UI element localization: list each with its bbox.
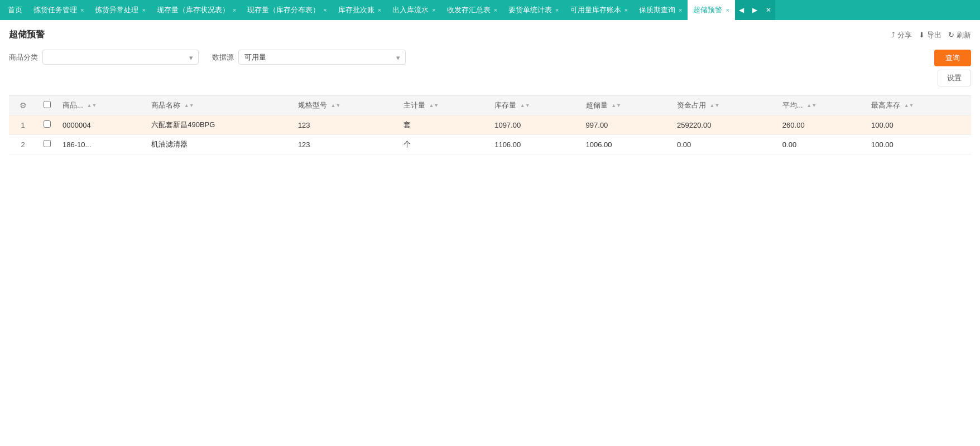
- category-select[interactable]: [42, 50, 199, 65]
- nav-close-all-button[interactable]: ✕: [762, 0, 775, 20]
- export-button[interactable]: ⬇ 导出: [919, 30, 941, 40]
- refresh-button[interactable]: ↻ 刷新: [948, 30, 971, 40]
- sort-icon-avg: ▲▼: [806, 103, 816, 108]
- nav-home[interactable]: 首页: [2, 0, 28, 20]
- export-icon: ⬇: [919, 31, 925, 39]
- datasource-label: 数据源: [212, 52, 234, 62]
- cell-max-stock: 100.00: [866, 115, 971, 135]
- cell-capital: 0.00: [671, 135, 777, 154]
- nav-available-stock[interactable]: 可用量库存账本 ×: [565, 0, 633, 20]
- nav-close-stock-status[interactable]: ×: [233, 0, 236, 20]
- cell-code: 0000004: [57, 115, 146, 135]
- nav-summary[interactable]: 收发存汇总表 ×: [441, 0, 503, 20]
- sort-icon-stock: ▲▼: [520, 103, 530, 108]
- datasource-filter: 数据源 可用量: [212, 50, 406, 65]
- nav-prev-button[interactable]: ◀: [735, 0, 748, 20]
- refresh-icon: ↻: [948, 31, 954, 39]
- nav-next-button[interactable]: ▶: [748, 0, 762, 20]
- cell-unit: 个: [398, 135, 489, 154]
- table-header-row: ⚙ 商品... ▲▼ 商品名称 ▲▼ 规格型号 ▲▼ 主计: [9, 96, 971, 115]
- nav-close-overstock[interactable]: ×: [726, 0, 729, 20]
- nav-close-task-mgmt[interactable]: ×: [80, 0, 84, 20]
- gear-icon[interactable]: ⚙: [20, 101, 27, 110]
- sort-icon-overstock: ▲▼: [611, 103, 621, 108]
- cell-spec: 123: [292, 115, 398, 135]
- nav-flow[interactable]: 出入库流水 ×: [387, 0, 441, 20]
- nav-close-batch-account[interactable]: ×: [378, 0, 381, 20]
- cell-avg: 0.00: [777, 135, 866, 154]
- query-button[interactable]: 查询: [934, 50, 971, 66]
- th-unit[interactable]: 主计量 ▲▼: [398, 96, 489, 115]
- nav-close-flow[interactable]: ×: [432, 0, 435, 20]
- cell-max-stock: 100.00: [866, 135, 971, 154]
- cell-avg: 260.00: [777, 115, 866, 135]
- cell-checkbox[interactable]: [37, 115, 57, 135]
- cell-capital: 259220.00: [671, 115, 777, 135]
- setting-button[interactable]: 设置: [938, 70, 971, 86]
- sort-icon-name: ▲▼: [184, 103, 194, 108]
- sort-icon-unit: ▲▼: [429, 103, 439, 108]
- nav-batch-account[interactable]: 库存批次账 ×: [333, 0, 387, 20]
- cell-index: 1: [9, 115, 37, 135]
- cell-name: 六配套新昌490BPG: [146, 115, 292, 135]
- nav-expiry[interactable]: 保质期查询 ×: [633, 0, 688, 20]
- cell-name: 机油滤清器: [146, 135, 292, 154]
- nav-stock-dist[interactable]: 现存量（库存分布表） ×: [242, 0, 332, 20]
- datasource-select-wrapper: 可用量: [238, 50, 406, 65]
- sort-icon-spec: ▲▼: [331, 103, 341, 108]
- data-table: ⚙ 商品... ▲▼ 商品名称 ▲▼ 规格型号 ▲▼ 主计: [9, 95, 971, 154]
- cell-index: 2: [9, 135, 37, 154]
- page-header: 超储预警 ⤴ 分享 ⬇ 导出 ↻ 刷新: [9, 29, 971, 41]
- cell-overstock: 997.00: [580, 115, 671, 135]
- page-actions: ⤴ 分享 ⬇ 导出 ↻ 刷新: [891, 30, 971, 40]
- nav-close-summary[interactable]: ×: [494, 0, 497, 20]
- share-button[interactable]: ⤴ 分享: [891, 30, 912, 40]
- th-checkbox[interactable]: [37, 96, 57, 115]
- cell-checkbox[interactable]: [37, 135, 57, 154]
- nav-close-exception[interactable]: ×: [142, 0, 145, 20]
- table-body: 1 0000004 六配套新昌490BPG 123 套 1097.00 997.…: [9, 115, 971, 154]
- cell-stock: 1106.00: [489, 135, 580, 154]
- top-navigation: 首页 拣货任务管理 × 拣货异常处理 × 现存量（库存状况表） × 现存量（库存…: [0, 0, 980, 20]
- table-row: 1 0000004 六配套新昌490BPG 123 套 1097.00 997.…: [9, 115, 971, 135]
- category-label: 商品分类: [9, 52, 38, 62]
- row-checkbox[interactable]: [44, 140, 51, 147]
- row-checkbox[interactable]: [44, 120, 51, 128]
- cell-unit: 套: [398, 115, 489, 135]
- th-stock[interactable]: 库存量 ▲▼: [489, 96, 580, 115]
- category-select-wrapper: [42, 50, 199, 65]
- nav-exception[interactable]: 拣货异常处理 ×: [89, 0, 151, 20]
- th-code[interactable]: 商品... ▲▼: [57, 96, 146, 115]
- sort-icon-max-stock: ▲▼: [904, 103, 914, 108]
- th-avg[interactable]: 平均... ▲▼: [777, 96, 866, 115]
- action-buttons: 查询 设置: [934, 50, 971, 86]
- nav-order-stat[interactable]: 要货单统计表 ×: [503, 0, 564, 20]
- table-row: 2 186-10... 机油滤清器 123 个 1106.00 1006.00 …: [9, 135, 971, 154]
- nav-close-order-stat[interactable]: ×: [555, 0, 559, 20]
- datasource-select[interactable]: 可用量: [238, 50, 406, 65]
- nav-close-stock-dist[interactable]: ×: [323, 0, 326, 20]
- cell-code: 186-10...: [57, 135, 146, 154]
- sort-icon-capital: ▲▼: [710, 103, 720, 108]
- th-gear[interactable]: ⚙: [9, 96, 37, 115]
- th-max-stock[interactable]: 最高库存 ▲▼: [866, 96, 971, 115]
- nav-task-mgmt[interactable]: 拣货任务管理 ×: [28, 0, 89, 20]
- th-name[interactable]: 商品名称 ▲▼: [146, 96, 292, 115]
- cell-overstock: 1006.00: [580, 135, 671, 154]
- sort-icon-code: ▲▼: [87, 103, 97, 108]
- nav-overstock[interactable]: 超储预警 ×: [688, 0, 734, 20]
- page-title: 超储预警: [9, 29, 45, 41]
- th-capital[interactable]: 资金占用 ▲▼: [671, 96, 777, 115]
- nav-close-available-stock[interactable]: ×: [624, 0, 628, 20]
- page-content: 超储预警 ⤴ 分享 ⬇ 导出 ↻ 刷新 商品分类: [0, 20, 980, 446]
- cell-stock: 1097.00: [489, 115, 580, 135]
- th-spec[interactable]: 规格型号 ▲▼: [292, 96, 398, 115]
- cell-spec: 123: [292, 135, 398, 154]
- nav-close-expiry[interactable]: ×: [679, 0, 682, 20]
- select-all-checkbox[interactable]: [44, 101, 51, 108]
- share-icon: ⤴: [891, 31, 895, 39]
- nav-stock-status[interactable]: 现存量（库存状况表） ×: [151, 0, 242, 20]
- th-overstock[interactable]: 超储量 ▲▼: [580, 96, 671, 115]
- category-filter: 商品分类: [9, 50, 199, 65]
